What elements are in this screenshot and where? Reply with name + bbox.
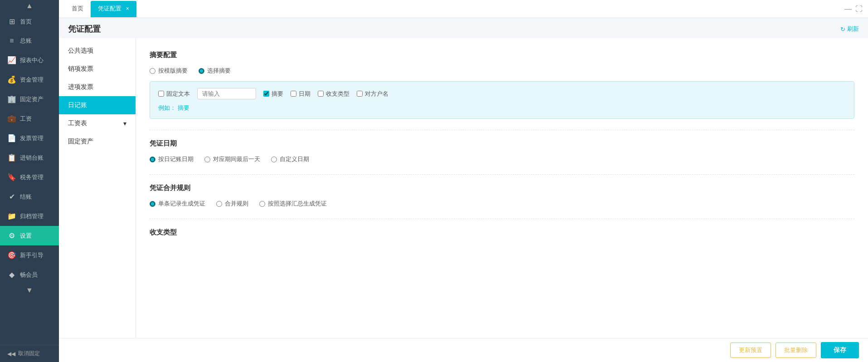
fixed-text-input[interactable] (197, 88, 256, 99)
checkbox-date[interactable]: 日期 (291, 90, 310, 98)
purchase-sales-icon: 📋 (7, 153, 16, 162)
nav-sales-invoice[interactable]: 销项发票 (59, 60, 136, 78)
radio-period-last-day[interactable]: 对应期间最后一天 (204, 155, 260, 163)
settings-icon: ⚙ (7, 231, 16, 240)
section-income-type: 收支类型 (150, 228, 854, 255)
tab-home[interactable]: 首页 (64, 1, 91, 17)
salary-icon: 💼 (7, 114, 16, 123)
tax-icon: 🔖 (7, 173, 16, 181)
example-prefix: 例如： 摘要 (158, 104, 189, 111)
radio-summary-generate[interactable]: 按照选择汇总生成凭证 (259, 200, 327, 208)
section-merge-rules: 凭证合并规则 单条记录生成凭证 合并规则 按照选择汇总生成凭证 (150, 184, 854, 219)
nav-journal[interactable]: 日记账 (59, 96, 136, 114)
sidebar-item-membership[interactable]: ◆ 畅会员 (0, 265, 59, 284)
sidebar-item-label: 资金管理 (20, 76, 44, 84)
ledger-icon: ≡ (7, 37, 16, 45)
sidebar-item-ledger[interactable]: ≡ 总账 (0, 31, 59, 50)
radio-template-summary[interactable]: 按模版摘要 (150, 67, 188, 75)
nav-payroll[interactable]: 工资表 ▾ (59, 114, 136, 132)
sidebar-item-label: 设置 (20, 232, 32, 240)
sidebar-item-salary[interactable]: 💼 工资 (0, 109, 59, 128)
sidebar-item-label: 首页 (20, 18, 32, 26)
sidebar-item-label: 归档管理 (20, 212, 44, 220)
sidebar-item-label: 新手引导 (20, 251, 44, 259)
refresh-button[interactable]: ↻ 刷新 (840, 25, 859, 33)
assets-icon: 🏢 (7, 95, 16, 103)
summary-checkbox-row: 固定文本 摘要 日期 收支类型 (158, 88, 846, 99)
summary-radio-group: 按模版摘要 选择摘要 (150, 67, 854, 75)
checkbox-summary[interactable]: 摘要 (263, 90, 283, 98)
tab-actions: — ⛶ (844, 5, 863, 13)
date-radio-group: 按日记账日期 对应期间最后一天 自定义日期 (150, 155, 854, 163)
radio-custom-date[interactable]: 自定义日期 (271, 155, 309, 163)
section-income-type-title: 收支类型 (150, 228, 854, 237)
nav-public-options[interactable]: 公共选项 (59, 42, 136, 60)
sidebar-item-label: 进销台账 (20, 154, 44, 162)
reports-icon: 📈 (7, 56, 16, 64)
chevron-down-icon: ▾ (123, 120, 126, 127)
sidebar-item-label: 结账 (20, 193, 32, 201)
tab-bar: 首页 凭证配置 × — ⛶ (59, 0, 868, 18)
sidebar-item-funds[interactable]: 💰 资金管理 (0, 70, 59, 89)
save-button[interactable]: 保存 (821, 342, 859, 358)
refresh-label: 刷新 (847, 25, 859, 33)
funds-icon: 💰 (7, 75, 16, 84)
right-content: 摘要配置 按模版摘要 选择摘要 固定文本 (136, 38, 868, 338)
refresh-icon: ↻ (840, 26, 845, 33)
minimize-button[interactable]: — (844, 5, 852, 13)
checkbox-income-type[interactable]: 收支类型 (318, 90, 349, 98)
page-header: 凭证配置 ↻ 刷新 (59, 18, 868, 38)
sidebar-item-settings[interactable]: ⚙ 设置 (0, 226, 59, 245)
section-summary-title: 摘要配置 (150, 51, 854, 59)
nav-purchase-invoice[interactable]: 进项发票 (59, 78, 136, 96)
sidebar-item-guide[interactable]: 🎯 新手引导 (0, 245, 59, 265)
sidebar-item-assets[interactable]: 🏢 固定资产 (0, 89, 59, 109)
radio-journal-date[interactable]: 按日记账日期 (150, 155, 194, 163)
tab-close-button[interactable]: × (126, 5, 129, 12)
sidebar-item-checkout[interactable]: ✔ 结账 (0, 187, 59, 206)
batch-delete-button[interactable]: 批量删除 (776, 342, 816, 358)
nav-fixed-assets[interactable]: 固定资产 (59, 132, 136, 151)
checkbox-counter-name[interactable]: 对方户名 (357, 90, 388, 98)
maximize-button[interactable]: ⛶ (855, 5, 863, 13)
unpin-icon: ◀◀ (7, 351, 15, 357)
update-preset-button[interactable]: 更新预置 (730, 342, 771, 358)
section-voucher-date: 凭证日期 按日记账日期 对应期间最后一天 自定义日期 (150, 139, 854, 175)
sidebar-scroll-up[interactable]: ▲ (0, 0, 59, 12)
sidebar-item-purchase-sales[interactable]: 📋 进销台账 (0, 148, 59, 167)
bottom-bar: 更新预置 批量删除 保存 (59, 338, 868, 362)
section-date-title: 凭证日期 (150, 139, 854, 148)
sidebar-item-label: 固定资产 (20, 95, 44, 103)
sidebar-item-invoice[interactable]: 📄 发票管理 (0, 128, 59, 148)
sidebar-item-archive[interactable]: 📁 归档管理 (0, 206, 59, 226)
unpin-label: 取消固定 (18, 350, 40, 357)
sidebar-item-label: 发票管理 (20, 134, 44, 142)
sidebar-unpin[interactable]: ◀◀ 取消固定 (0, 345, 59, 362)
sidebar-item-label: 工资 (20, 115, 32, 123)
content-area: 公共选项 销项发票 进项发票 日记账 工资表 ▾ 固定资产 摘要配置 (59, 38, 868, 338)
section-summary: 摘要配置 按模版摘要 选择摘要 固定文本 (150, 51, 854, 130)
radio-single-record[interactable]: 单条记录生成凭证 (150, 200, 205, 208)
sidebar: ▲ ⊞ 首页 ≡ 总账 📈 报表中心 💰 资金管理 🏢 固定资产 💼 工资 📄 … (0, 0, 59, 362)
page-title: 凭证配置 (68, 24, 101, 34)
merge-radio-group: 单条记录生成凭证 合并规则 按照选择汇总生成凭证 (150, 200, 854, 208)
sidebar-item-label: 总账 (20, 37, 32, 45)
summary-example: 例如： 摘要 (158, 104, 846, 112)
sidebar-item-label: 畅会员 (20, 271, 38, 279)
sidebar-item-label: 税务管理 (20, 173, 44, 181)
tab-voucher-config[interactable]: 凭证配置 × (91, 1, 136, 17)
guide-icon: 🎯 (7, 251, 16, 259)
radio-merge-rule[interactable]: 合并规则 (216, 200, 248, 208)
checkout-icon: ✔ (7, 192, 16, 201)
left-nav: 公共选项 销项发票 进项发票 日记账 工资表 ▾ 固定资产 (59, 38, 136, 338)
radio-select-summary[interactable]: 选择摘要 (199, 67, 231, 75)
sidebar-item-tax[interactable]: 🔖 税务管理 (0, 167, 59, 187)
home-icon: ⊞ (7, 17, 16, 26)
sidebar-item-label: 报表中心 (20, 56, 44, 64)
sidebar-scroll-down[interactable]: ▼ (0, 284, 59, 296)
sidebar-item-reports[interactable]: 📈 报表中心 (0, 50, 59, 70)
sidebar-item-home[interactable]: ⊞ 首页 (0, 12, 59, 31)
archive-icon: 📁 (7, 212, 16, 220)
checkbox-fixed-text[interactable]: 固定文本 (158, 90, 190, 98)
membership-icon: ◆ (7, 270, 16, 279)
